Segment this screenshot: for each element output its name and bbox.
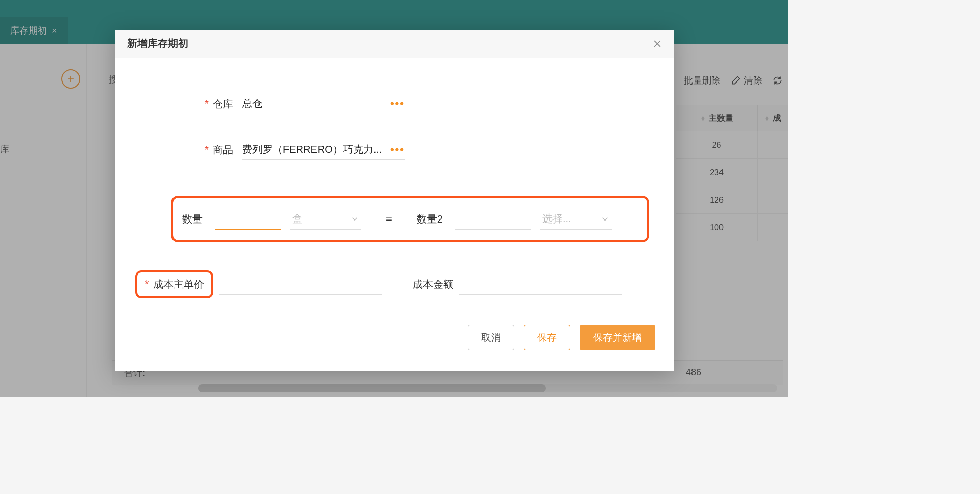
required-star: *	[145, 278, 149, 291]
form-row-product: *商品 费列罗（FERRERO）巧克力... •••	[135, 140, 653, 160]
cost-row: * 成本主单价 成本金额	[135, 269, 649, 299]
modal-header: 新增库存期初	[115, 30, 674, 58]
cost-unit-price-label: 成本主单价	[153, 278, 204, 291]
save-button[interactable]: 保存	[524, 325, 570, 350]
cost-unit-price-input[interactable]	[219, 273, 382, 295]
quantity-highlight-box: 数量 盒 = 数量2 选择...	[171, 196, 649, 242]
save-and-add-button[interactable]: 保存并新增	[580, 325, 655, 350]
product-field[interactable]: 费列罗（FERRERO）巧克力... •••	[242, 140, 405, 160]
chevron-down-icon	[600, 214, 610, 224]
warehouse-field[interactable]: 总仓 •••	[242, 94, 405, 114]
cancel-button[interactable]: 取消	[468, 325, 514, 350]
chevron-down-icon	[350, 214, 359, 224]
unit2-placeholder: 选择...	[542, 212, 571, 226]
cost-amount-label: 成本金额	[413, 278, 453, 291]
qty-input[interactable]	[215, 208, 281, 230]
unit-select[interactable]: 盒	[290, 208, 361, 230]
unit2-select[interactable]: 选择...	[540, 208, 612, 230]
form-row-warehouse: *仓库 总仓 •••	[135, 94, 653, 114]
close-icon	[652, 39, 662, 49]
modal-title: 新增库存期初	[127, 37, 188, 50]
product-value: 费列罗（FERRERO）巧克力...	[242, 143, 390, 156]
modal-close-button[interactable]	[650, 37, 665, 51]
qty-label: 数量	[182, 212, 203, 226]
add-inventory-modal: 新增库存期初 *仓库 总仓 ••• *商品 费列罗（FERRERO）巧克力...…	[115, 30, 674, 371]
cost-amount-input[interactable]	[459, 273, 622, 295]
unit-placeholder: 盒	[292, 212, 302, 226]
required-star: *	[204, 143, 209, 156]
modal-footer: 取消 保存 保存并新增	[468, 325, 655, 350]
required-star: *	[204, 97, 209, 110]
warehouse-value: 总仓	[242, 97, 390, 111]
qty2-input[interactable]	[455, 208, 531, 230]
cost-unit-price-highlight: * 成本主单价	[135, 270, 213, 298]
ellipsis-icon[interactable]: •••	[390, 97, 405, 111]
qty2-label: 数量2	[417, 212, 443, 226]
equals-sign: =	[386, 212, 392, 226]
ellipsis-icon[interactable]: •••	[390, 143, 405, 156]
product-label: *商品	[135, 143, 242, 157]
modal-body: *仓库 总仓 ••• *商品 费列罗（FERRERO）巧克力... ••• 数量…	[115, 58, 674, 371]
warehouse-label: *仓库	[135, 97, 242, 111]
